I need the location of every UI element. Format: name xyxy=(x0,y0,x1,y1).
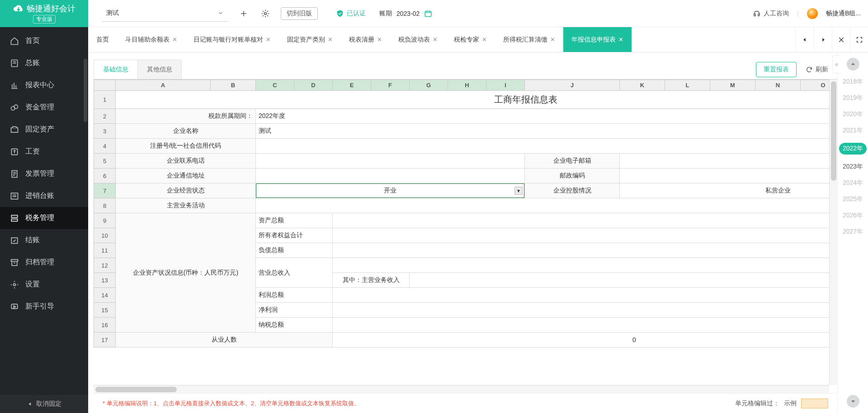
row-header-8[interactable]: 8 xyxy=(94,198,116,213)
sidebar-item-archive[interactable]: 归档管理 xyxy=(0,251,88,273)
tab-8[interactable]: 年报信息申报表✕ xyxy=(563,27,632,52)
tab-6[interactable]: 税检专家✕ xyxy=(446,27,495,52)
col-header-I[interactable]: I xyxy=(486,80,525,91)
sheet-table[interactable]: ABCDEFGHIJKLMNOPQ 1工商年报信息表2税款所属期间：2022年度… xyxy=(94,80,837,347)
col-header-H[interactable]: H xyxy=(448,80,486,91)
row-header-12[interactable]: 12 xyxy=(94,258,116,273)
row-header-7[interactable]: 7 xyxy=(94,183,116,198)
sidebar-item-ledger[interactable]: 总账 xyxy=(0,52,88,74)
tab-close-icon[interactable]: ✕ xyxy=(618,36,623,43)
year-2026年[interactable]: 2026年 xyxy=(843,211,863,220)
dropdown-arrow-icon[interactable]: ▼ xyxy=(514,187,523,195)
row-header-11[interactable]: 11 xyxy=(94,243,116,258)
row-header-17[interactable]: 17 xyxy=(94,333,116,347)
row-header-2[interactable]: 2 xyxy=(94,109,116,124)
row-header-3[interactable]: 3 xyxy=(94,124,116,139)
brand-edition: 专业版 xyxy=(33,15,56,23)
year-2021年[interactable]: 2021年 xyxy=(843,127,863,135)
tab-fullscreen[interactable] xyxy=(850,27,868,52)
sidebar-item-tax[interactable]: 税务管理 xyxy=(0,207,88,229)
subtab-1[interactable]: 其他信息 xyxy=(138,60,181,79)
tab-close-all[interactable] xyxy=(832,27,850,52)
tab-close-icon[interactable]: ✕ xyxy=(433,36,438,43)
tab-close-icon[interactable]: ✕ xyxy=(550,36,555,43)
sidebar-item-home[interactable]: 首页 xyxy=(0,30,88,52)
row-header-16[interactable]: 16 xyxy=(94,318,116,333)
sidebar-item-salary[interactable]: 工资 xyxy=(0,141,88,163)
row-header-5[interactable]: 5 xyxy=(94,154,116,169)
sidebar-item-guide[interactable]: 新手引导 xyxy=(0,296,88,318)
tab-close-icon[interactable]: ✕ xyxy=(266,36,271,43)
manual-consult[interactable]: 人工咨询 xyxy=(753,9,789,18)
rail-up[interactable] xyxy=(847,58,859,70)
sheet-vertical-scrollbar[interactable] xyxy=(829,80,837,385)
settings-icon[interactable] xyxy=(259,7,272,20)
row-header-4[interactable]: 4 xyxy=(94,139,116,154)
user-avatar[interactable] xyxy=(807,8,818,19)
year-2024年[interactable]: 2024年 xyxy=(843,179,863,187)
year-2022年[interactable]: 2022年 xyxy=(839,143,867,155)
sidebar-item-close-period[interactable]: 结账 xyxy=(0,229,88,251)
sidebar-scrollbar[interactable] xyxy=(84,59,87,122)
col-header-D[interactable]: D xyxy=(294,80,333,91)
year-2018年[interactable]: 2018年 xyxy=(843,78,863,86)
tab-close-icon[interactable]: ✕ xyxy=(482,36,487,43)
reset-report-button[interactable]: 重置报表 xyxy=(756,62,797,77)
sidebar-item-money[interactable]: 资金管理 xyxy=(0,96,88,118)
unpin-sidebar[interactable]: 取消固定 xyxy=(0,395,88,413)
year-2027年[interactable]: 2027年 xyxy=(843,228,863,236)
sidebar-item-inout[interactable]: 进销台账 xyxy=(0,185,88,207)
sidebar-item-invoice[interactable]: 发票管理 xyxy=(0,163,88,185)
subtab-0[interactable]: 基础信息 xyxy=(94,60,138,79)
tab-4[interactable]: 税表清册✕ xyxy=(341,27,390,52)
sheet-horizontal-scrollbar[interactable] xyxy=(94,385,829,393)
col-header-E[interactable]: E xyxy=(333,80,371,91)
switch-old-version-button[interactable]: 切到旧版 xyxy=(281,7,318,20)
row-header-1[interactable]: 1 xyxy=(94,91,116,109)
tab-0[interactable]: 首页 xyxy=(88,27,117,52)
col-header-M[interactable]: M xyxy=(710,80,755,91)
row-header-6[interactable]: 6 xyxy=(94,169,116,183)
rail-down[interactable] xyxy=(847,395,859,408)
col-header-F[interactable]: F xyxy=(371,80,410,91)
row-header-13[interactable]: 13 xyxy=(94,273,116,288)
col-header-L[interactable]: L xyxy=(665,80,710,91)
row-header-10[interactable]: 10 xyxy=(94,228,116,243)
company-selector[interactable]: 测试 xyxy=(102,5,228,22)
col-header-A[interactable]: A xyxy=(116,80,211,91)
rail-collapse[interactable]: « xyxy=(832,55,840,73)
sidebar-item-settings[interactable]: 设置 xyxy=(0,273,88,296)
year-2019年[interactable]: 2019年 xyxy=(843,94,863,102)
col-header-G[interactable]: G xyxy=(410,80,448,91)
tab-1[interactable]: 斗目辅助余额表✕ xyxy=(117,27,185,52)
tab-close-icon[interactable]: ✕ xyxy=(328,36,333,43)
main-area: 首页斗目辅助余额表✕日记账与银行对账单核对✕固定资产类别✕税表清册✕税负波动表✕… xyxy=(88,27,868,413)
year-2025年[interactable]: 2025年 xyxy=(843,195,863,203)
tab-2[interactable]: 日记账与银行对账单核对✕ xyxy=(185,27,279,52)
tab-close-icon[interactable]: ✕ xyxy=(172,36,177,43)
sidebar-item-chart[interactable]: 报表中心 xyxy=(0,74,88,96)
row-header-9[interactable]: 9 xyxy=(94,213,116,228)
business-status-cell[interactable]: 开业▼ xyxy=(256,183,525,198)
year-2020年[interactable]: 2020年 xyxy=(843,110,863,118)
col-header-C[interactable]: C xyxy=(256,80,294,91)
col-header-J[interactable]: J xyxy=(525,80,620,91)
accounting-period[interactable]: 账期 2023-02 xyxy=(379,9,432,18)
row-header-15[interactable]: 15 xyxy=(94,303,116,318)
tab-5[interactable]: 税负波动表✕ xyxy=(390,27,446,52)
user-name[interactable]: 畅捷通B组... xyxy=(826,9,861,18)
sidebar-item-asset[interactable]: 固定资产 xyxy=(0,118,88,141)
tab-7[interactable]: 所得税汇算清缴✕ xyxy=(495,27,563,52)
tabs-scroll-right[interactable] xyxy=(814,27,832,52)
tab-close-icon[interactable]: ✕ xyxy=(377,36,382,43)
tabs-scroll-left[interactable] xyxy=(796,27,814,52)
col-header-N[interactable]: N xyxy=(755,80,801,91)
col-header-K[interactable]: K xyxy=(620,80,665,91)
year-2023年[interactable]: 2023年 xyxy=(843,163,863,171)
sheet-corner[interactable] xyxy=(94,80,116,91)
add-button[interactable] xyxy=(237,7,250,20)
col-header-B[interactable]: B xyxy=(211,80,256,91)
refresh-button[interactable]: 刷新 xyxy=(806,66,828,74)
row-header-14[interactable]: 14 xyxy=(94,288,116,303)
tab-3[interactable]: 固定资产类别✕ xyxy=(279,27,341,52)
